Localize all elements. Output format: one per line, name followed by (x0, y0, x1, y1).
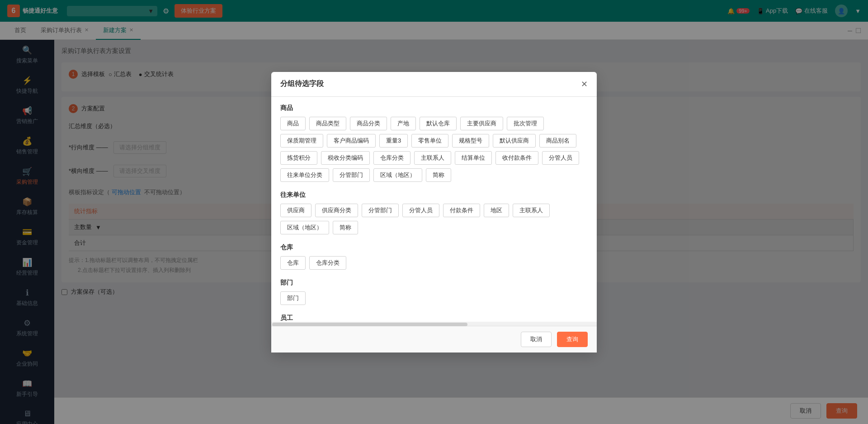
field-group-仓库: 仓库仓库仓库分类 (280, 243, 588, 270)
field-tag[interactable]: 主要供应商 (460, 117, 503, 130)
field-tag[interactable]: 重量3 (379, 134, 408, 148)
field-group-员工: 员工业务员 (280, 314, 588, 322)
field-group-商品: 商品商品商品类型商品分类产地默认仓库主要供应商批次管理保质期管理客户商品编码重量… (280, 104, 588, 182)
modal-close-button[interactable]: ✕ (581, 79, 588, 89)
field-tag[interactable]: 地区 (484, 204, 509, 217)
field-group-title: 往来单位 (280, 191, 588, 199)
field-tag[interactable]: 拣货积分 (280, 151, 317, 165)
modal-header: 分组待选字段 ✕ (271, 72, 597, 97)
field-tag[interactable]: 主联系人 (513, 204, 550, 217)
field-tag[interactable]: 往来单位分类 (280, 168, 329, 182)
field-tag[interactable]: 商品别名 (539, 134, 576, 148)
field-tag[interactable]: 客户商品编码 (327, 134, 376, 148)
modal-footer: 取消 查询 (271, 326, 597, 353)
field-tag[interactable]: 简称 (333, 221, 358, 234)
field-tag[interactable]: 商品 (280, 117, 306, 130)
modal-hscroll-thumb (272, 323, 467, 326)
field-tag[interactable]: 分管部门 (333, 168, 370, 182)
field-tag[interactable]: 仓库分类 (309, 256, 346, 270)
modal-body[interactable]: 商品商品商品类型商品分类产地默认仓库主要供应商批次管理保质期管理客户商品编码重量… (271, 97, 597, 322)
field-tag[interactable]: 供应商 (280, 204, 311, 217)
field-tag[interactable]: 分管人员 (542, 151, 579, 165)
field-tag[interactable]: 商品分类 (350, 117, 387, 130)
field-tag[interactable]: 收付款条件 (495, 151, 538, 165)
modal-overlay: 分组待选字段 ✕ 商品商品商品类型商品分类产地默认仓库主要供应商批次管理保质期管… (0, 0, 868, 424)
field-group-title: 商品 (280, 104, 588, 112)
field-group-title: 部门 (280, 279, 588, 287)
field-tag[interactable]: 产地 (391, 117, 416, 130)
field-tag[interactable]: 零售单位 (411, 134, 448, 148)
field-tag[interactable]: 默认供应商 (493, 134, 536, 148)
field-tag[interactable]: 商品类型 (309, 117, 346, 130)
field-tag[interactable]: 分管部门 (362, 204, 399, 217)
modal-horizontal-scrollbar[interactable] (271, 322, 597, 325)
field-tag[interactable]: 批次管理 (507, 117, 544, 130)
field-tag[interactable]: 简称 (426, 168, 451, 182)
field-tag[interactable]: 结算单位 (455, 151, 492, 165)
field-tag[interactable]: 主联系人 (414, 151, 451, 165)
field-group-title: 员工 (280, 314, 588, 322)
field-tags: 仓库仓库分类 (280, 256, 588, 270)
field-tag[interactable]: 仓库 (280, 256, 306, 270)
field-tag[interactable]: 区域（地区） (280, 221, 329, 234)
field-tag[interactable]: 供应商分类 (315, 204, 358, 217)
field-tag[interactable]: 税收分类编码 (321, 151, 370, 165)
field-tag[interactable]: 规格型号 (452, 134, 489, 148)
modal-title: 分组待选字段 (280, 79, 324, 89)
field-tag[interactable]: 保质期管理 (280, 134, 323, 148)
field-tags: 部门 (280, 291, 588, 305)
field-group-title: 仓库 (280, 243, 588, 252)
field-tag[interactable]: 分管人员 (402, 204, 439, 217)
modal-confirm-button[interactable]: 查询 (557, 332, 588, 347)
modal-cancel-button[interactable]: 取消 (521, 332, 552, 347)
field-tag[interactable]: 默认仓库 (420, 117, 457, 130)
field-select-modal: 分组待选字段 ✕ 商品商品商品类型商品分类产地默认仓库主要供应商批次管理保质期管… (271, 72, 597, 353)
field-tag[interactable]: 部门 (280, 291, 306, 305)
field-tag[interactable]: 付款条件 (443, 204, 480, 217)
field-group-往来单位: 往来单位供应商供应商分类分管部门分管人员付款条件地区主联系人区域（地区）简称 (280, 191, 588, 234)
field-tags: 商品商品类型商品分类产地默认仓库主要供应商批次管理保质期管理客户商品编码重量3零… (280, 117, 588, 182)
field-tags: 供应商供应商分类分管部门分管人员付款条件地区主联系人区域（地区）简称 (280, 204, 588, 234)
field-group-部门: 部门部门 (280, 279, 588, 305)
field-tag[interactable]: 仓库分类 (373, 151, 410, 165)
field-tag[interactable]: 区域（地区） (373, 168, 422, 182)
